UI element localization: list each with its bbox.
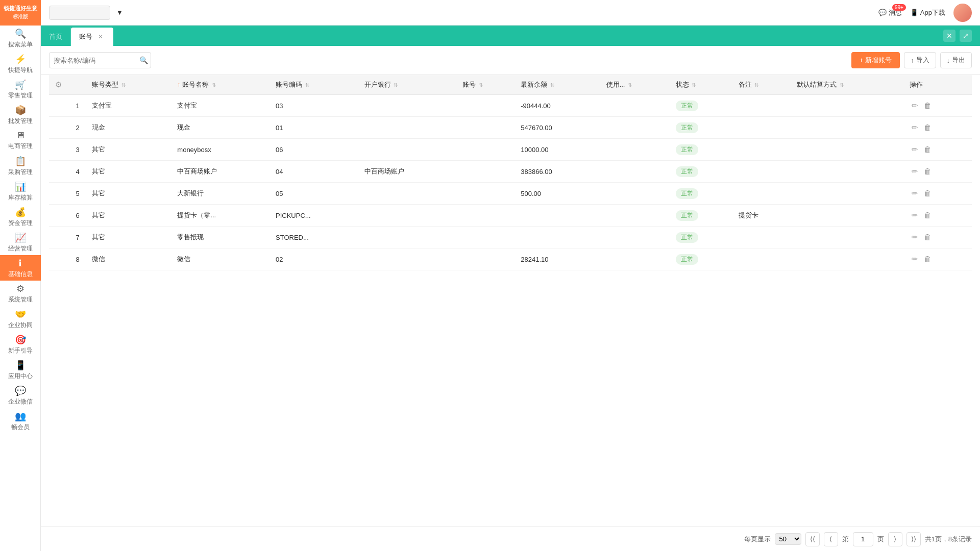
sidebar-item-app-center[interactable]: 📱 应用中心 [0,357,41,383]
page-suffix: 页 [877,535,884,544]
row-status: 正常 [672,95,734,117]
delete-button[interactable]: 🗑 [922,254,934,264]
sidebar-item-search[interactable]: 🔍 搜索菜单 [0,26,41,51]
row-account [458,117,517,139]
col-type[interactable]: 账号类型 ⇅ [88,75,173,95]
edit-button[interactable]: ✏ [910,210,920,221]
delete-button[interactable]: 🗑 [922,210,934,220]
col-code[interactable]: 账号编码 ⇅ [272,75,360,95]
sidebar-item-system[interactable]: ⚙ 系统管理 [0,281,41,306]
tab-close-icon[interactable]: ✕ [96,33,105,41]
table-settings-icon[interactable]: ⚙ [55,80,62,89]
sidebar-item-beginner-guide[interactable]: 🎯 新手引导 [0,332,41,357]
tab-home[interactable]: 首页 [41,28,71,46]
delete-button[interactable]: 🗑 [922,122,934,133]
import-button[interactable]: ↑ 导入 [904,52,936,68]
sidebar-item-enterprise-wechat[interactable]: 💬 企业微信 [0,383,41,408]
row-type: 其它 [88,227,173,248]
col-balance[interactable]: 最新余额 ⇅ [517,75,602,95]
row-action: ✏ 🗑 [905,139,972,161]
pagination: 每页显示 50 20 100 ⟨⟨ ⟨ 第 页 ⟩ ⟩⟩ 共1页，8条记录 [41,527,980,551]
delete-button[interactable]: 🗑 [922,188,934,198]
sidebar-item-retail[interactable]: 🛒 零售管理 [0,77,41,102]
app-download-button[interactable]: 📱 App下载 [910,8,945,17]
row-account [458,227,517,248]
row-type: 其它 [88,205,173,227]
sort-remark-icon: ⇅ [754,82,758,88]
add-account-button[interactable]: + 新增账号 [851,52,900,68]
edit-button[interactable]: ✏ [910,100,920,111]
edit-button[interactable]: ✏ [910,122,920,133]
edit-button[interactable]: ✏ [910,144,920,155]
tab-account[interactable]: 账号 ✕ [71,28,113,46]
per-page-select[interactable]: 50 20 100 [775,533,801,545]
sidebar-item-inventory[interactable]: 📊 库存核算 [0,179,41,204]
page-prev-button[interactable]: ⟨ [824,532,838,546]
export-button[interactable]: ↓ 导出 [940,52,972,68]
message-button[interactable]: 💬 消息 99+ [878,8,902,17]
sidebar-item-operations[interactable]: 📈 经营管理 [0,230,41,255]
col-status[interactable]: 状态 ⇅ [672,75,734,95]
delete-button[interactable]: 🗑 [922,166,934,177]
sidebar-item-members[interactable]: 👥 畅会员 [0,408,41,434]
row-account [458,161,517,183]
col-remark[interactable]: 备注 ⇅ [734,75,793,95]
row-num: 4 [67,161,88,183]
row-usage [602,248,672,270]
page-first-button[interactable]: ⟨⟨ [805,532,820,546]
row-settings-cell [49,161,67,183]
row-status: 正常 [672,205,734,227]
page-number-input[interactable] [853,532,873,546]
accounts-table: ⚙ 账号类型 ⇅ ↑ 账号名称 ⇅ 账号编码 [49,75,972,270]
row-default-settlement [793,248,905,270]
col-bank[interactable]: 开户银行 ⇅ [360,75,459,95]
per-page-label: 每页显示 [744,535,771,544]
row-num: 3 [67,139,88,161]
page-next-button[interactable]: ⟩ [888,532,902,546]
sidebar-item-quick-nav[interactable]: ⚡ 快捷导航 [0,51,41,77]
row-name: 现金 [173,117,272,139]
edit-button[interactable]: ✏ [910,254,920,265]
logo-text: 畅捷通好生意 [4,5,37,12]
col-account[interactable]: 账号 ⇅ [458,75,517,95]
inventory-icon: 📊 [15,181,26,192]
sidebar-item-finance[interactable]: 💰 资金管理 [0,204,41,230]
user-avatar[interactable] [953,4,972,22]
row-status: 正常 [672,227,734,248]
sidebar-item-enterprise-agreement[interactable]: 🤝 企业协同 [0,306,41,332]
edit-button[interactable]: ✏ [910,166,920,177]
row-status: 正常 [672,139,734,161]
delete-button[interactable]: 🗑 [922,100,934,111]
sidebar-item-ecommerce[interactable]: 🖥 电商管理 [0,128,41,153]
sidebar-item-label: 采购管理 [8,168,33,177]
page-last-button[interactable]: ⟩⟩ [906,532,921,546]
sidebar-item-label: 经营管理 [8,244,33,253]
edit-button[interactable]: ✏ [910,232,920,243]
topbar-search-input[interactable] [49,6,110,20]
row-name: 微信 [173,248,272,270]
delete-button[interactable]: 🗑 [922,232,934,242]
sidebar-item-basic-info[interactable]: ℹ 基础信息 [0,255,41,281]
sort-account-icon: ⇅ [479,82,483,88]
row-remark [734,95,793,117]
row-usage [602,183,672,205]
account-search-input[interactable] [49,52,151,68]
message-badge: 99+ [892,4,906,11]
tab-account-label: 账号 [79,32,92,41]
row-balance: 10000.00 [517,139,602,161]
topbar-dropdown[interactable]: ▼ [116,9,123,16]
delete-button[interactable]: 🗑 [922,144,934,155]
tab-close-action[interactable]: ✕ [943,30,955,42]
sidebar-item-purchase[interactable]: 📋 采购管理 [0,153,41,179]
tab-expand-action[interactable]: ⤢ [960,30,972,42]
beginner-guide-icon: 🎯 [15,334,26,345]
edit-button[interactable]: ✏ [910,188,920,199]
sidebar-item-wholesale[interactable]: 📦 批发管理 [0,102,41,128]
col-usage[interactable]: 使用... ⇅ [602,75,672,95]
col-name[interactable]: ↑ 账号名称 ⇅ [173,75,272,95]
row-default-settlement [793,161,905,183]
search-button[interactable]: 🔍 [139,56,148,64]
version-text: 标准版 [13,13,28,20]
col-default-settlement[interactable]: 默认结算方式 ⇅ [793,75,905,95]
row-usage [602,205,672,227]
